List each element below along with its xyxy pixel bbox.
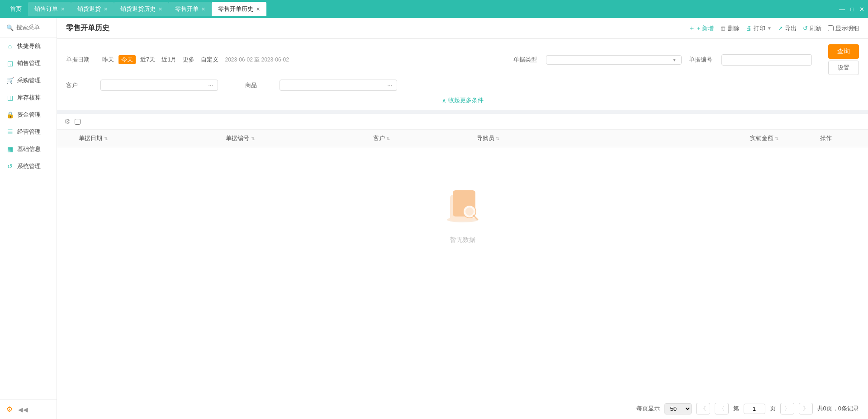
sort-customer-icon: ⇅ [386,136,390,141]
tab-sales-return[interactable]: 销货退货 ✕ [71,2,114,16]
purchase-icon: 🛒 [6,77,14,84]
collapse-sidebar-icon[interactable]: ◀◀ [18,406,28,413]
th-customer[interactable]: 客户 ⇅ [368,130,471,147]
sidebar-item-sales-mgmt[interactable]: ◱ 销售管理 [0,55,57,72]
tab-sales-order-close[interactable]: ✕ [61,6,65,12]
sidebar-item-sys-mgmt-label: 系统管理 [17,162,41,170]
display-detail-checkbox[interactable] [828,25,834,31]
page-header: 零售开单历史 ＋ + 新增 🗑 删除 🖨 打印 ▼ ↗ 导出 [57,18,868,39]
tab-home[interactable]: 首页 [4,2,28,16]
total-label: 共0页，0条记录 [817,405,859,413]
sidebar-item-sales-mgmt-label: 销售管理 [17,59,41,67]
date-custom[interactable]: 自定义 [199,55,220,64]
delete-button[interactable]: 🗑 删除 [720,24,740,33]
sort-date-icon: ⇅ [104,136,108,141]
select-all-checkbox[interactable] [75,119,81,125]
tab-sales-return-history-close[interactable]: ✕ [158,6,162,12]
filter-area: 单据日期 昨天 今天 近7天 近1月 更多 自定义 2023-06-02 至 2… [57,39,868,110]
settings-btn-label: 设置 [838,64,849,71]
collapse-filter-btn[interactable]: ∧ 收起更多条件 [442,96,484,104]
sidebar-search[interactable]: 🔍 搜索采单 [0,18,57,38]
th-date[interactable]: 单据日期 ⇅ [73,130,220,147]
delete-label: 删除 [728,24,740,33]
print-dropdown-icon: ▼ [767,26,772,31]
tab-sales-order[interactable]: 销售订单 ✕ [28,2,71,16]
add-label: + 新增 [697,24,714,33]
date-more[interactable]: 更多 [181,55,196,64]
date-1month[interactable]: 近1月 [160,55,178,64]
sidebar-item-operations[interactable]: ☰ 经营管理 [0,123,57,141]
tab-sales-return-label: 销货退货 [77,5,101,13]
print-button[interactable]: 🖨 打印 ▼ [746,24,772,33]
maximize-btn[interactable]: □ [850,6,854,13]
sidebar-item-operations-label: 经营管理 [17,128,41,136]
next-page-btn[interactable]: 〉 [780,403,794,414]
tab-retail-open[interactable]: 零售开单 ✕ [169,2,212,16]
th-number[interactable]: 单据编号 ⇅ [220,130,367,147]
pagination-bar: 每页显示 50 100 200 《 〈 第 页 〉 [57,398,868,419]
page-input[interactable] [744,404,765,414]
collapse-up-icon: ∧ [442,97,446,104]
sort-number-icon: ⇅ [251,136,255,141]
add-icon: ＋ [688,24,695,33]
tab-sales-order-label: 销售订单 [34,5,58,13]
prev-page-btn[interactable]: 〈 [715,403,729,414]
gear-icon[interactable]: ⚙ [6,405,13,414]
print-icon: 🖨 [746,25,752,32]
export-button[interactable]: ↗ 导出 [778,24,797,33]
content-area: 零售开单历史 ＋ + 新增 🗑 删除 🖨 打印 ▼ ↗ 导出 [57,18,868,419]
sidebar-item-inventory-label: 库存核算 [17,94,41,102]
tab-sales-return-close[interactable]: ✕ [104,6,108,12]
settings-button[interactable]: 设置 [828,61,859,75]
last-page-btn[interactable]: 》 [799,403,813,414]
add-button[interactable]: ＋ + 新增 [688,24,714,33]
sidebar-item-finance[interactable]: 🔒 资金管理 [0,106,57,123]
th-action: 操作 [784,130,868,147]
date-options: 昨天 今天 近7天 近1月 更多 自定义 2023-06-02 至 2023-0… [100,55,289,64]
per-page-select[interactable]: 50 100 200 [664,403,692,414]
refresh-button[interactable]: ↺ 刷新 [803,24,821,33]
customer-dots[interactable]: ··· [208,82,213,89]
per-page-label: 每页显示 [636,405,660,413]
table-settings-icon[interactable]: ⚙ [64,118,70,126]
query-button[interactable]: 查询 [828,44,859,59]
date-today[interactable]: 今天 [119,55,136,64]
sidebar-item-sys-mgmt[interactable]: ↺ 系统管理 [0,158,57,175]
refresh-icon: ↺ [803,25,808,32]
sidebar-item-purchase-mgmt[interactable]: 🛒 采购管理 [0,72,57,89]
window-close-btn[interactable]: ✕ [859,6,864,13]
goods-filter-label: 商品 [245,81,270,89]
last-page-icon: 》 [803,405,809,412]
sidebar-item-base-info[interactable]: ▦ 基础信息 [0,141,57,158]
sidebar-item-quick-nav[interactable]: ⌂ 快捷导航 [0,38,57,55]
goods-dots[interactable]: ··· [387,82,392,89]
empty-state: 暂无数据 [57,147,868,280]
tab-sales-return-history[interactable]: 销货退货历史 ✕ [114,2,169,16]
th-checkbox [57,130,73,147]
query-btn-label: 查询 [837,47,850,55]
main-layout: 🔍 搜索采单 ⌂ 快捷导航 ◱ 销售管理 🛒 采购管理 ◫ 库存核算 🔒 资金管… [0,18,868,419]
type-dropdown-icon: ▼ [672,57,677,62]
tab-retail-open-history-close[interactable]: ✕ [256,6,260,12]
date-yesterday[interactable]: 昨天 [100,55,116,64]
filter-row-2: 客户 ··· 商品 ··· [66,80,859,91]
finance-icon: 🔒 [6,111,14,118]
first-page-btn[interactable]: 《 [696,403,710,414]
date-range-display: 2023-06-02 至 2023-06-02 [225,56,289,64]
sidebar-item-inventory[interactable]: ◫ 库存核算 [0,89,57,106]
sidebar-item-quick-nav-label: 快捷导航 [17,42,41,50]
th-amount[interactable]: 实销金额 ⇅ [637,130,784,147]
tab-home-label: 首页 [10,5,22,13]
minimize-btn[interactable]: — [839,6,845,13]
display-detail-button[interactable]: 显示明细 [828,24,859,33]
type-filter-select[interactable]: ▼ [546,55,682,65]
export-label: 导出 [785,24,797,33]
number-filter-input[interactable] [721,54,812,66]
tab-retail-open-history[interactable]: 零售开单历史 ✕ [212,2,266,16]
tab-retail-open-close[interactable]: ✕ [201,6,205,12]
date-7days[interactable]: 近7天 [138,55,157,64]
sort-guide-icon: ⇅ [496,136,499,141]
th-guide[interactable]: 导购员 ⇅ [471,130,597,147]
sys-mgmt-icon: ↺ [6,163,14,170]
collapse-filter-label: 收起更多条件 [448,96,484,104]
